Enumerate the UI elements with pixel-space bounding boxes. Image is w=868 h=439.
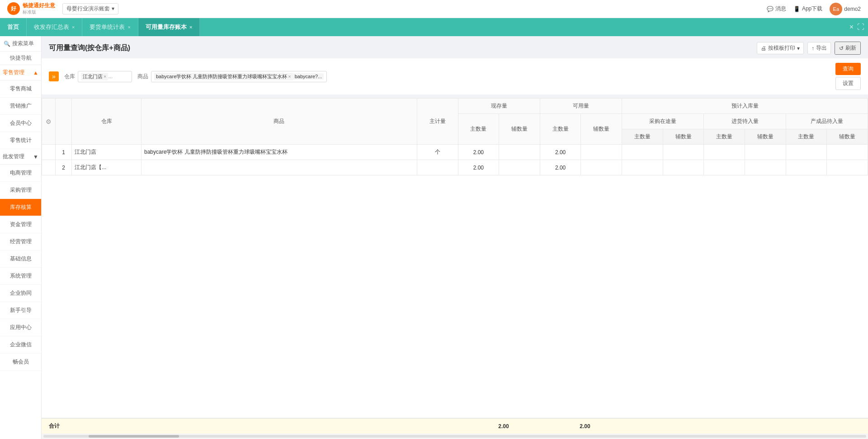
- sidebar: 🔍 搜索菜单 快捷导航 零售管理 ▲ 零售商城 营销推广 会员中心 零售统计 批…: [0, 36, 42, 439]
- settings-gear-icon[interactable]: ⚙: [46, 118, 52, 125]
- warehouse-ellipsis[interactable]: ...: [108, 73, 113, 80]
- warehouse-remove-icon[interactable]: ×: [104, 74, 106, 79]
- sidebar-item-retail-mgmt[interactable]: 零售管理 ▲: [0, 65, 41, 80]
- col-current-aux-header: 辅数量: [499, 114, 540, 145]
- close-all-icon[interactable]: ×: [849, 23, 854, 31]
- sidebar-item-label: 应用中心: [10, 324, 32, 331]
- row-warehouse: 江北门店【...: [72, 160, 142, 175]
- print-button[interactable]: 🖨 按模板打印 ▾: [757, 42, 804, 54]
- row-available-main: 2.00: [540, 160, 581, 175]
- row-prod-aux: [827, 160, 868, 175]
- sidebar-item-enterprise-collab[interactable]: 企业协同: [0, 285, 41, 302]
- product-remove-icon-1[interactable]: ×: [288, 74, 291, 79]
- row-current-aux: [499, 145, 540, 160]
- table-footer: 合计 2.00 2.00: [42, 418, 868, 434]
- col-purchase-transit-header: 采购在途量: [622, 114, 704, 129]
- sidebar-item-label: 采购管理: [10, 186, 32, 194]
- col-settings[interactable]: ⚙: [42, 99, 56, 145]
- sidebar-item-retail-stats[interactable]: 零售统计: [0, 132, 41, 149]
- tab-receivable[interactable]: 收发存汇总表 ×: [27, 18, 82, 36]
- refresh-button[interactable]: ↺ 刷新: [835, 42, 861, 55]
- col-incoming-aux: 辅数量: [745, 129, 786, 145]
- sidebar-item-label: 零售商城: [10, 85, 32, 93]
- sidebar-item-label: 企业微信: [10, 341, 32, 349]
- tab-available-stock-close[interactable]: ×: [189, 25, 192, 30]
- user-menu[interactable]: Ea demo2: [830, 3, 861, 15]
- sidebar-item-label: 批发管理: [3, 153, 24, 160]
- sidebar-item-label: 畅会员: [13, 358, 29, 366]
- chevron-down-icon: ▾: [112, 5, 114, 12]
- sidebar-item-label: 新手引导: [10, 307, 32, 314]
- col-production-header: 产成品待入量: [786, 114, 868, 129]
- row-settings: [42, 160, 56, 175]
- filter-expand-button[interactable]: »: [49, 71, 59, 81]
- tab-available-stock[interactable]: 可用量库存账本 ×: [138, 18, 200, 36]
- tab-order-stats-close[interactable]: ×: [127, 25, 130, 30]
- logo-text: 畅捷通好生意: [23, 2, 55, 9]
- app-download-button[interactable]: 📱 App下载: [793, 5, 822, 13]
- row-current-aux: [499, 160, 540, 175]
- row-prod-aux: [827, 145, 868, 160]
- warehouse-input[interactable]: 江北门店 × ...: [78, 71, 132, 82]
- sidebar-item-inventory[interactable]: 库存核算: [0, 199, 41, 216]
- sidebar-item-label: 资金管理: [10, 221, 32, 228]
- sidebar-quick-nav[interactable]: 快捷导航: [0, 52, 41, 65]
- tab-order-stats[interactable]: 要货单统计表 ×: [82, 18, 138, 36]
- messages-button[interactable]: 💬 消息: [767, 5, 786, 13]
- sidebar-item-retail-mall[interactable]: 零售商城: [0, 80, 41, 98]
- sidebar-item-ecommerce[interactable]: 电商管理: [0, 165, 41, 182]
- tab-home[interactable]: 首页: [0, 18, 27, 36]
- horizontal-scrollbar[interactable]: [42, 434, 868, 439]
- row-product: babycare学饮杯 儿童防摔防撞吸管杯重力球吸嘴杯宝宝水杯: [141, 145, 417, 160]
- warehouse-filter: 仓库 江北门店 × ...: [64, 71, 132, 82]
- filter-actions: 查询 设置: [835, 63, 861, 90]
- warehouse-label: 仓库: [64, 73, 75, 80]
- query-button[interactable]: 查询: [835, 63, 861, 75]
- fullscreen-icon[interactable]: ⛶: [857, 23, 864, 31]
- settings-button[interactable]: 设置: [835, 77, 861, 90]
- export-button[interactable]: ↑ 导出: [807, 42, 831, 54]
- sidebar-item-label: 经营管理: [10, 238, 32, 245]
- sidebar-item-new-guide[interactable]: 新手引导: [0, 302, 41, 319]
- scrollbar-thumb[interactable]: [89, 435, 179, 438]
- col-purchase-transit-main: 主数量: [622, 129, 663, 145]
- sidebar-item-vip[interactable]: 畅会员: [0, 354, 41, 371]
- industry-selector-text: 母婴行业演示账套: [66, 5, 110, 13]
- nav-tabs-right: × ⛶: [846, 18, 868, 36]
- sidebar-item-member[interactable]: 会员中心: [0, 115, 41, 132]
- product-input[interactable]: babycare学饮杯 儿童防摔防撞吸管杯重力球吸嘴杯宝宝水杯 × babyca…: [151, 71, 327, 82]
- sidebar-item-marketing[interactable]: 营销推广: [0, 98, 41, 115]
- sidebar-item-label: 系统管理: [10, 272, 32, 280]
- sidebar-item-label: 零售统计: [10, 137, 32, 144]
- sidebar-item-system[interactable]: 系统管理: [0, 268, 41, 285]
- sidebar-item-basic-info[interactable]: 基础信息: [0, 250, 41, 268]
- col-production-main: 主数量: [786, 129, 827, 145]
- row-settings: [42, 145, 56, 160]
- row-available-main: 2.00: [540, 145, 581, 160]
- row-pt-main: [622, 160, 663, 175]
- sidebar-item-operations[interactable]: 经营管理: [0, 233, 41, 250]
- col-product-header: 商品: [141, 99, 417, 145]
- row-current-main: 2.00: [458, 145, 499, 160]
- row-unit: 个: [417, 145, 458, 160]
- refresh-label: 刷新: [845, 44, 856, 52]
- row-inc-main: [704, 145, 745, 160]
- logo-sub: 标准版: [23, 9, 55, 15]
- sidebar-item-wholesale-mgmt[interactable]: 批发管理 ▼: [0, 149, 41, 165]
- col-warehouse-header: 仓库: [72, 99, 142, 145]
- row-index: 2: [56, 160, 72, 175]
- main-layout: 🔍 搜索菜单 快捷导航 零售管理 ▲ 零售商城 营销推广 会员中心 零售统计 批…: [0, 36, 868, 439]
- product-tag-2: babycare?...: [293, 73, 324, 80]
- industry-selector[interactable]: 母婴行业演示账套 ▾: [62, 3, 118, 14]
- col-purchase-transit-aux: 辅数量: [663, 129, 704, 145]
- sidebar-item-app-center[interactable]: 应用中心: [0, 319, 41, 336]
- sidebar-search[interactable]: 🔍 搜索菜单: [0, 36, 41, 52]
- tab-receivable-close[interactable]: ×: [72, 25, 75, 30]
- user-name: demo2: [844, 6, 861, 12]
- message-icon: 💬: [767, 6, 774, 12]
- filter-bar: » 仓库 江北门店 × ... 商品 babycare学饮杯 儿童防摔防撞吸管杯…: [42, 58, 868, 94]
- sidebar-item-finance[interactable]: 资金管理: [0, 216, 41, 233]
- sidebar-item-enterprise-wechat[interactable]: 企业微信: [0, 336, 41, 354]
- logo-text-group: 畅捷通好生意 标准版: [23, 2, 55, 15]
- sidebar-item-purchase[interactable]: 采购管理: [0, 182, 41, 199]
